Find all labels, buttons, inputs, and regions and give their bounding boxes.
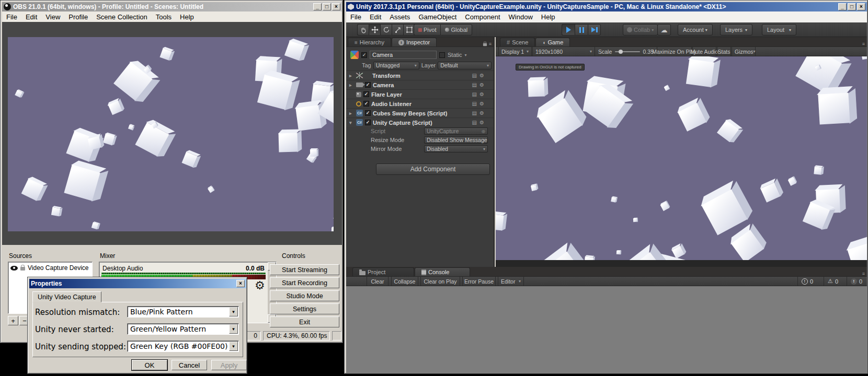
start-streaming-button[interactable]: Start Streaming: [270, 264, 339, 275]
step-button[interactable]: [588, 24, 601, 36]
component-gear-icon[interactable]: ⚙: [479, 91, 484, 97]
obs-menu-help[interactable]: Help: [176, 12, 198, 22]
unity-menu-window[interactable]: Window: [505, 12, 537, 22]
dialog-titlebar[interactable]: Properties ×: [29, 279, 246, 288]
scale-slider[interactable]: [615, 51, 639, 52]
combo-arrow-icon[interactable]: ▼: [229, 307, 238, 316]
component-flare-layer[interactable]: ✓ Flare Layer ▤⚙: [346, 89, 494, 99]
help-book-icon[interactable]: ▤: [472, 82, 477, 88]
tab-hierarchy[interactable]: ≡Hierarchy: [348, 38, 391, 46]
help-book-icon[interactable]: ▤: [472, 110, 477, 116]
component-enabled-checkbox[interactable]: ✓: [363, 101, 369, 107]
inspector-lock-icon[interactable]: [483, 43, 487, 46]
obs-menu-file[interactable]: File: [2, 12, 21, 22]
rotate-tool-icon[interactable]: [380, 24, 392, 36]
game-viewport[interactable]: Drawing in OnGUI is not captured: [496, 56, 867, 260]
obs-titlebar[interactable]: OBS 21.0.1 (64bit, windows) - Profile: U…: [2, 2, 342, 11]
component-enabled-checkbox[interactable]: ✓: [365, 120, 371, 125]
resolution-dropdown[interactable]: 1920x1080▾: [532, 47, 595, 56]
global-toggle[interactable]: Global: [440, 24, 472, 36]
static-checkbox[interactable]: [439, 52, 445, 58]
component-camera[interactable]: ▸ ✓ Camera ▤⚙: [346, 80, 494, 89]
exit-button[interactable]: Exit: [270, 316, 339, 327]
unity-menu-assets[interactable]: Assets: [385, 12, 414, 22]
component-enabled-checkbox[interactable]: ✓: [363, 91, 369, 97]
scale-tool-icon[interactable]: [392, 24, 403, 36]
mixer-gear-icon[interactable]: ⚙: [255, 280, 265, 291]
info-count-badge[interactable]: !0: [797, 277, 817, 286]
help-book-icon[interactable]: ▤: [472, 73, 477, 78]
settings-button[interactable]: Settings: [270, 303, 339, 314]
error-count-badge[interactable]: !0: [847, 277, 866, 286]
visibility-eye-icon[interactable]: [10, 266, 18, 271]
obs-menu-view[interactable]: View: [41, 12, 64, 22]
foldout-icon[interactable]: ▸: [349, 73, 354, 78]
static-dropdown-icon[interactable]: ▾: [465, 53, 467, 57]
tab-scene[interactable]: #Scene: [500, 38, 535, 46]
component-cubes-sway-beeps[interactable]: ▸ C# ✓ Cubes Sway Beeps (Script) ▤⚙: [346, 108, 494, 118]
component-unity-capture[interactable]: ▾ C# ✓ Unity Capture (Script) ▤⚙: [346, 118, 494, 127]
clear-on-play-toggle[interactable]: Clear on Play: [420, 277, 460, 286]
lock-icon[interactable]: [20, 267, 25, 271]
foldout-icon[interactable]: ▾: [349, 120, 354, 125]
mirror-mode-dropdown[interactable]: Disabled▾: [424, 145, 488, 152]
resize-mode-dropdown[interactable]: Disabled Show Message▾: [424, 136, 488, 144]
scale-slider-knob[interactable]: [619, 50, 623, 54]
tag-dropdown[interactable]: Untagged▾: [373, 62, 419, 69]
minimize-button[interactable]: _: [313, 3, 322, 10]
component-gear-icon[interactable]: ⚙: [479, 101, 484, 107]
unity-menu-component[interactable]: Component: [461, 12, 504, 22]
combo-arrow-icon[interactable]: ▼: [229, 342, 238, 351]
ok-button[interactable]: OK: [132, 360, 167, 370]
pane-menu-icon[interactable]: ≡: [489, 41, 492, 46]
account-dropdown[interactable]: Account▾: [678, 24, 713, 36]
start-recording-button[interactable]: Start Recording: [270, 277, 339, 288]
component-gear-icon[interactable]: ⚙: [479, 73, 484, 78]
cloud-button[interactable]: ☁: [657, 24, 671, 36]
obs-menu-edit[interactable]: Edit: [21, 12, 41, 22]
play-button[interactable]: [562, 24, 575, 36]
rect-tool-icon[interactable]: [403, 24, 415, 36]
maximize-button[interactable]: □: [848, 3, 856, 10]
unity-titlebar[interactable]: Unity 2017.3.1p1 Personal (64bit) - Unit…: [346, 2, 867, 11]
unity-menu-help[interactable]: Help: [537, 12, 559, 22]
display-dropdown[interactable]: Display 1▾: [498, 47, 532, 56]
unity-menu-file[interactable]: File: [346, 12, 366, 22]
component-gear-icon[interactable]: ⚙: [479, 110, 484, 116]
obs-scene-preview[interactable]: [8, 37, 334, 231]
add-source-button[interactable]: +: [8, 316, 18, 325]
layer-dropdown[interactable]: Default▾: [438, 62, 492, 69]
cancel-button[interactable]: Cancel: [172, 360, 207, 370]
error-pause-toggle[interactable]: Error Pause: [462, 277, 496, 286]
help-book-icon[interactable]: ▤: [472, 101, 477, 107]
dialog-tab-unity-video-capture[interactable]: Unity Video Capture: [32, 291, 101, 302]
foldout-icon[interactable]: ▸: [349, 83, 354, 88]
gizmos-dropdown[interactable]: Gizmos▾: [732, 47, 756, 56]
unity-menu-edit[interactable]: Edit: [366, 12, 385, 22]
close-icon[interactable]: ×: [236, 280, 245, 287]
close-button[interactable]: ×: [857, 3, 865, 10]
move-tool-icon[interactable]: [369, 24, 380, 36]
mute-audio-toggle[interactable]: Mute Audio: [692, 47, 716, 56]
gameobject-active-checkbox[interactable]: ✓: [361, 52, 367, 58]
close-button[interactable]: ×: [332, 3, 340, 10]
foldout-icon[interactable]: ▸: [349, 111, 354, 116]
add-component-button[interactable]: Add Component: [376, 163, 490, 175]
layers-dropdown[interactable]: Layers▾: [720, 24, 752, 36]
component-enabled-checkbox[interactable]: ✓: [365, 110, 371, 116]
editor-dropdown[interactable]: Editor▾: [498, 277, 524, 286]
stats-toggle[interactable]: Stats: [717, 47, 731, 56]
unity-sending-stopped-select[interactable]: Green Key (RGB #00FE00) ▼: [127, 340, 239, 352]
hand-tool-icon[interactable]: [357, 24, 369, 36]
status-resize-grip[interactable]: [332, 331, 341, 340]
component-audio-listener[interactable]: ✓ Audio Listener ▤⚙: [346, 99, 494, 108]
combo-arrow-icon[interactable]: ▼: [229, 324, 238, 334]
help-book-icon[interactable]: ▤: [472, 120, 477, 125]
warning-count-badge[interactable]: ⚠0: [824, 277, 842, 286]
unity-menu-gameobject[interactable]: GameObject: [414, 12, 461, 22]
tab-inspector[interactable]: iInspector: [392, 38, 437, 46]
component-transform[interactable]: ▸ Transform ▤⚙: [346, 70, 494, 80]
obs-menu-tools[interactable]: Tools: [152, 12, 176, 22]
pane-menu-icon[interactable]: ≡: [862, 271, 865, 276]
console-log-area[interactable]: [346, 286, 867, 373]
